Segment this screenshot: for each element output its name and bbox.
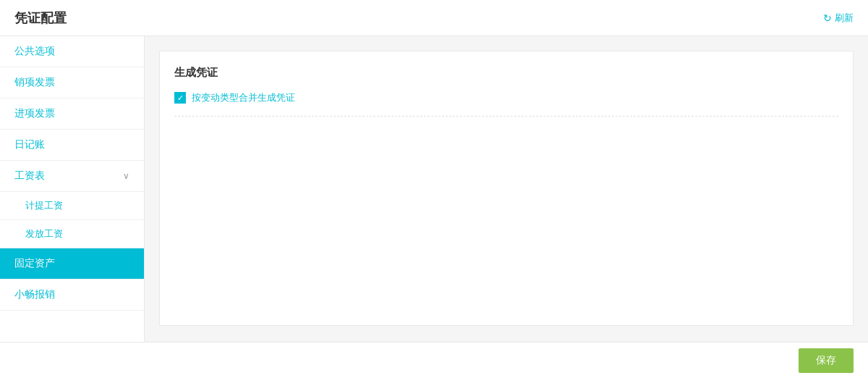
sidebar-item-label: 公共选项 (14, 45, 55, 58)
checkbox-label[interactable]: 按变动类型合并生成凭证 (192, 91, 295, 104)
main-content: 公共选项 销项发票 进项发票 日记账 工资表 ∨ 计提工资 发放工资 固定资产 … (0, 36, 868, 342)
sidebar-item-expense-claim[interactable]: 小畅报销 (0, 280, 144, 311)
checkbox-row: ✓ 按变动类型合并生成凭证 (174, 91, 838, 104)
section-divider (174, 116, 838, 117)
sidebar-item-label: 小畅报销 (14, 288, 55, 301)
sidebar-item-label: 进项发票 (14, 107, 55, 120)
sidebar-item-sales-invoice[interactable]: 销项发票 (0, 67, 144, 98)
sidebar-item-label: 工资表 (14, 169, 45, 182)
save-button[interactable]: 保存 (799, 348, 854, 373)
merge-generate-checkbox[interactable]: ✓ (174, 92, 186, 104)
sidebar-item-issue-wages[interactable]: 发放工资 (0, 220, 144, 248)
footer: 保存 (0, 342, 868, 378)
sidebar: 公共选项 销项发票 进项发票 日记账 工资表 ∨ 计提工资 发放工资 固定资产 … (0, 36, 145, 342)
sidebar-item-payroll[interactable]: 工资表 ∨ (0, 161, 144, 192)
sidebar-item-label: 销项发票 (14, 76, 55, 89)
sidebar-item-accrual-wages[interactable]: 计提工资 (0, 192, 144, 220)
sidebar-item-fixed-assets[interactable]: 固定资产 (0, 248, 144, 280)
sidebar-item-label: 固定资产 (14, 257, 55, 270)
refresh-icon: ↻ (823, 12, 832, 24)
sidebar-item-journal[interactable]: 日记账 (0, 130, 144, 161)
refresh-button[interactable]: ↻ 刷新 (823, 12, 854, 25)
refresh-label: 刷新 (835, 12, 854, 25)
checkmark-icon: ✓ (177, 94, 184, 102)
chevron-down-icon: ∨ (123, 171, 129, 181)
sidebar-item-label: 发放工资 (25, 228, 63, 239)
content-card: 生成凭证 ✓ 按变动类型合并生成凭证 (159, 51, 854, 326)
sidebar-item-label: 计提工资 (25, 200, 63, 211)
page-title: 凭证配置 (14, 9, 67, 27)
header: 凭证配置 ↻ 刷新 (0, 0, 868, 36)
sidebar-item-public-options[interactable]: 公共选项 (0, 36, 144, 67)
section-title: 生成凭证 (174, 66, 838, 80)
sidebar-item-purchase-invoice[interactable]: 进项发票 (0, 98, 144, 130)
sidebar-item-label: 日记账 (14, 138, 45, 151)
content-area: 生成凭证 ✓ 按变动类型合并生成凭证 (145, 36, 868, 342)
